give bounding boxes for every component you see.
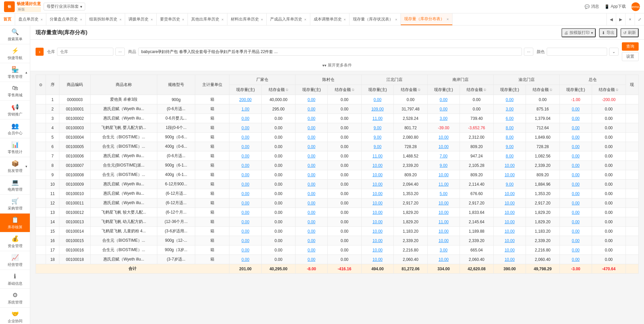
table-cell[interactable]: 109.00 [361,104,393,114]
table-cell[interactable]: 11.00 [427,217,460,227]
table-cell[interactable]: 0.00 [229,180,261,189]
table-cell[interactable]: 0.00 [229,245,261,255]
settings-btn[interactable]: 设置 [622,52,639,61]
table-cell[interactable]: 0.00 [295,198,327,208]
table-cell[interactable]: 0.00 [295,236,327,245]
table-cell[interactable]: 0.00 [295,170,327,180]
table-cell[interactable]: 10.00 [493,255,526,264]
sidebar-item-base[interactable]: ℹ 基础信息 [0,270,30,289]
tab-clcklsh[interactable]: 材料出库单历史 × [227,13,267,25]
sidebar-item-purchase[interactable]: 🛒 采购管理 [0,195,30,214]
sidebar-item-system[interactable]: ⚙ 系统管理 [0,289,30,308]
table-cell[interactable]: 10.00 [361,170,393,180]
table-cell[interactable]: 3.00 [427,114,460,123]
table-cell[interactable]: 0.00 [559,170,592,180]
table-cell[interactable]: 0.00 [229,142,261,151]
sidebar-item-marketing[interactable]: 📢 营销推广 [0,101,30,120]
table-cell[interactable]: 0.00 [559,123,592,133]
table-cell[interactable]: 0.00 [559,161,592,170]
tab-xczl-kczk[interactable]: 现存量（库存状况表） × [350,13,401,25]
close-icon[interactable]: × [41,17,43,21]
table-cell[interactable]: 0.00 [229,170,261,180]
tab-cbtzlsh[interactable]: 成本调整单历史 × [310,13,350,25]
table-cell[interactable]: 0.00 [559,227,592,236]
sidebar-item-inventory[interactable]: 📋 库存核算 [0,214,30,232]
table-cell[interactable]: 9.00 [493,180,526,189]
nav-close-btn[interactable]: × [625,13,635,26]
table-cell[interactable]: 0.00 [295,189,327,198]
table-cell[interactable]: 10.00 [361,180,393,189]
warehouse-input[interactable] [57,48,113,56]
sidebar-item-retail-mgmt[interactable]: 🏪 零售管理 ▲ [0,63,30,82]
close-icon[interactable]: × [221,17,223,21]
table-cell[interactable]: 10.00 [493,161,526,170]
table-cell[interactable]: 0.00 [229,227,261,236]
export-btn[interactable]: ⬇ 导出 [599,28,617,37]
info-icon[interactable]: ① [549,88,552,92]
sidebar-item-ecommerce[interactable]: 💻 电商管理 [0,176,30,195]
table-cell[interactable]: 9.00 [493,142,526,151]
refresh-btn[interactable]: ↺ 刷新 [621,28,639,37]
table-cell[interactable]: 10.00 [427,255,460,264]
app-download-btn[interactable]: 📱 App下载 [604,4,626,9]
table-cell[interactable]: 10.00 [493,208,526,217]
table-cell[interactable]: 0.00 [427,104,460,114]
tab-pcrklsh[interactable]: 产成品入库单历史 × [267,13,310,25]
table-cell[interactable]: 10.00 [361,255,393,264]
close-icon[interactable]: × [304,17,306,21]
table-container[interactable]: ⚙ 序 商品编码 商品名称 规格型号 主计量单位 厂家仓 陈村仓 江北门店 南岸… [30,71,644,324]
industry-selector[interactable]: 母婴行业演示陈套 ▾ [44,3,85,10]
table-cell[interactable]: 0.00 [295,151,327,161]
table-cell[interactable]: 0.00 [559,151,592,161]
table-cell[interactable]: 0.00 [229,123,261,133]
info-icon[interactable]: ① [352,88,355,92]
tab-dblsh[interactable]: 调拨单历史 × [125,13,156,25]
avatar[interactable]: demo2 [631,2,640,11]
sidebar-item-members[interactable]: 👥 会员中心 [0,120,30,138]
table-cell[interactable]: 0.00 [295,227,327,236]
table-cell[interactable]: 11.00 [361,151,393,161]
table-cell[interactable]: 9.00 [427,161,460,170]
close-icon[interactable]: × [80,17,82,21]
table-cell[interactable]: 0.00 [229,198,261,208]
table-cell[interactable]: 0.00 [295,208,327,217]
table-cell[interactable]: 10.00 [427,142,460,151]
expand-more-btn[interactable]: ▾▾ 展开更多条件 [322,62,352,68]
close-icon[interactable]: × [395,17,397,21]
sidebar-item-ops[interactable]: 📈 经营管理 [0,251,30,270]
table-cell[interactable]: 0.00 [295,95,327,104]
table-cell[interactable]: 10.00 [361,245,393,255]
table-cell[interactable]: 200.00 [229,95,261,104]
table-cell[interactable]: 0.00 [295,114,327,123]
table-cell[interactable]: 9.00 [361,123,393,133]
table-cell[interactable]: 10.00 [427,133,460,142]
tab-yhdlsh[interactable]: 要货单历史 × [157,13,188,25]
info-icon[interactable]: ① [418,88,421,92]
table-cell[interactable]: 7.00 [427,151,460,161]
table-cell[interactable]: 0.00 [229,236,261,245]
tab-flpddlsh[interactable]: 分量盘点单历史 × [46,13,86,25]
table-cell[interactable]: 0.00 [229,114,261,123]
sidebar-item-collab[interactable]: 🤝 企业协同 [0,308,30,324]
table-cell[interactable]: 10.00 [361,198,393,208]
table-cell[interactable]: 0.00 [295,217,327,227]
table-cell[interactable]: 0.00 [493,95,526,104]
sidebar-item-search[interactable]: 🔍 搜索英单 [0,26,30,44]
table-cell[interactable]: 0.00 [559,189,592,198]
table-cell[interactable]: 10.00 [493,245,526,255]
sidebar-item-wholesale[interactable]: 📦 批发管理 ▼ [0,157,30,176]
warehouse-dots-btn[interactable]: ··· [115,48,125,56]
table-cell[interactable]: 10.00 [427,170,460,180]
info-icon[interactable]: ① [615,88,619,92]
table-cell[interactable]: 10.00 [361,236,393,245]
sidebar-item-mall[interactable]: 🛍 零售商城 [0,82,30,101]
table-cell[interactable]: 0.00 [559,208,592,217]
table-cell[interactable]: 0.00 [295,180,327,189]
table-cell[interactable]: 10.00 [493,227,526,236]
table-cell[interactable]: 0.00 [229,133,261,142]
goods-input[interactable] [138,48,522,56]
table-cell[interactable]: 10.00 [493,198,526,208]
tab-xczl-kcfb[interactable]: 现存量（库存分布表） × [401,13,452,25]
table-cell[interactable]: 5.00 [427,189,460,198]
table-cell[interactable]: 0.00 [295,123,327,133]
